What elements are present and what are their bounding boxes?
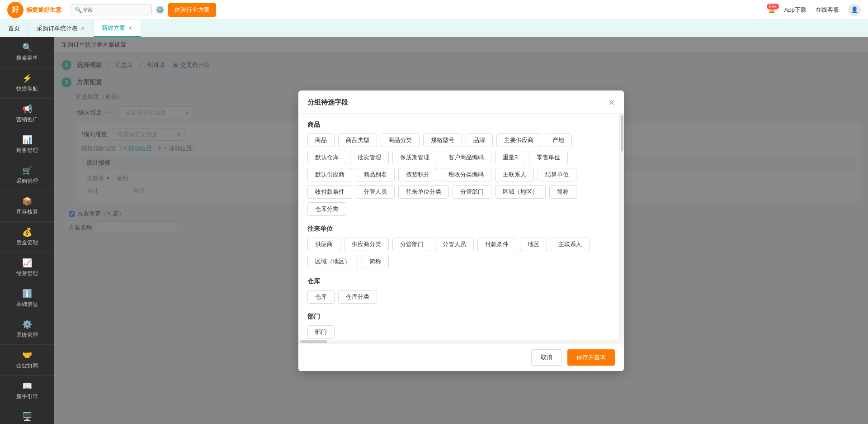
- operation-icon: 📈: [22, 258, 32, 268]
- sidebar-item-info-label: 基础信息: [16, 300, 38, 308]
- tag-payment-cond[interactable]: 付款条件: [477, 238, 516, 251]
- sidebar-item-system[interactable]: ⚙️ 系统管理: [0, 314, 54, 345]
- dialog-save-button[interactable]: 保存并查询: [567, 349, 615, 366]
- app-download-link[interactable]: App下载: [784, 6, 807, 14]
- sidebar-item-quicknav[interactable]: ⚡ 快捷导航: [0, 68, 54, 99]
- purchase-icon: 🛒: [22, 166, 32, 176]
- tag-payment-terms[interactable]: 收付款条件: [307, 185, 352, 199]
- system-icon: ⚙️: [22, 319, 32, 329]
- sidebar-item-info[interactable]: ℹ️ 基础信息: [0, 283, 54, 314]
- sidebar-item-search-label: 搜索菜单: [16, 54, 38, 62]
- tag-dept-mgmt[interactable]: 分管部门: [453, 185, 491, 199]
- dialog-cancel-button[interactable]: 取消: [531, 349, 562, 366]
- sidebar-item-finance[interactable]: 💰 资金管理: [0, 222, 54, 252]
- sidebar-item-collab-label: 企业协同: [16, 362, 38, 370]
- info-icon: ℹ️: [22, 289, 32, 299]
- inventory-icon: 📦: [22, 196, 32, 206]
- online-service-link[interactable]: 在线客服: [816, 6, 839, 14]
- tag-region2[interactable]: 区域（地区）: [307, 255, 358, 268]
- section-goods-title: 商品: [307, 121, 610, 129]
- tag-main-contact2[interactable]: 主联系人: [551, 238, 590, 251]
- search-input[interactable]: [82, 7, 141, 13]
- sidebar-item-purchase[interactable]: 🛒 采购管理: [0, 160, 54, 191]
- user-avatar[interactable]: 👤: [848, 4, 861, 16]
- dialog-header: 分组待选字段 ✕: [298, 91, 624, 114]
- dialog-h-scrollbar[interactable]: [298, 340, 624, 343]
- tag-tax-code[interactable]: 税收分类编码: [441, 168, 491, 181]
- tag-dept[interactable]: 部门: [307, 325, 335, 339]
- logo: 好 畅捷通好生意: [7, 2, 61, 18]
- tag-supplier-category[interactable]: 供应商分类: [344, 238, 389, 251]
- tag-customer-code[interactable]: 客户商品编码: [441, 151, 491, 164]
- finance-icon: 💰: [22, 227, 32, 237]
- tab-home[interactable]: 首页: [0, 20, 28, 37]
- tag-weight[interactable]: 重量3: [495, 151, 525, 164]
- dialog-scrollbar[interactable]: [619, 114, 624, 340]
- notification-area[interactable]: 🔔 99+: [768, 6, 775, 13]
- tag-default-supplier[interactable]: 默认供应商: [307, 168, 352, 181]
- sidebar-item-search[interactable]: 🔍 搜索菜单: [0, 37, 54, 68]
- tag-area[interactable]: 地区: [520, 238, 547, 251]
- top-search: 🔍 ⚙️ 体验行业方案: [71, 3, 216, 17]
- section-partner: 往来单位 供应商 供应商分类 分管部门 分管人员 付款条件 地区 主联系人 区域…: [307, 225, 610, 268]
- tag-warehouse[interactable]: 仓库: [307, 290, 335, 304]
- tag-supplier[interactable]: 供应商: [307, 238, 340, 251]
- tab-purchase-stats-label: 采购订单统计表: [37, 24, 78, 33]
- tag-pick-points[interactable]: 拣货积分: [398, 168, 437, 181]
- tab-new-plan[interactable]: 新建方案 ✕: [94, 20, 141, 37]
- tag-region[interactable]: 区域（地区）: [495, 185, 546, 199]
- tag-retail-unit[interactable]: 零售单位: [529, 151, 568, 164]
- search-box[interactable]: 🔍: [71, 4, 152, 15]
- tag-product-type[interactable]: 商品类型: [338, 133, 377, 147]
- scrollbar-thumb: [621, 115, 623, 152]
- sidebar-item-marketing-label: 营销推广: [16, 116, 38, 124]
- tab-purchase-stats[interactable]: 采购订单统计表 ✕: [28, 20, 94, 37]
- tag-dept-mgmt2[interactable]: 分管部门: [392, 238, 431, 251]
- tag-warehouse-cat[interactable]: 仓库分类: [338, 290, 377, 304]
- tag-short-name2[interactable]: 简称: [362, 255, 389, 268]
- search-icon: 🔍: [22, 43, 32, 52]
- guide-icon: 📖: [22, 381, 32, 391]
- sidebar-item-finance-label: 资金管理: [16, 239, 38, 247]
- tag-brand[interactable]: 品牌: [466, 133, 493, 147]
- sidebar-item-apps[interactable]: 🖥️ 应用中心: [0, 406, 54, 424]
- tag-batch-mgmt[interactable]: 批次管理: [350, 151, 389, 164]
- tag-product-category[interactable]: 商品分类: [381, 133, 420, 147]
- tag-product[interactable]: 商品: [307, 133, 335, 147]
- tag-main-contact[interactable]: 主联系人: [495, 168, 534, 181]
- tag-spec-model[interactable]: 规格型号: [423, 133, 462, 147]
- tag-supervisor2[interactable]: 分管人员: [435, 238, 474, 251]
- tag-product-alias[interactable]: 商品别名: [356, 168, 395, 181]
- section-partner-title: 往来单位: [307, 225, 610, 233]
- tag-expiry-mgmt[interactable]: 保质期管理: [392, 151, 437, 164]
- logo-icon: 好: [7, 2, 24, 18]
- experience-button[interactable]: 体验行业方案: [168, 3, 216, 17]
- tag-settlement-unit[interactable]: 结算单位: [538, 168, 576, 181]
- h-scrollbar-thumb: [300, 340, 327, 343]
- tag-default-warehouse[interactable]: 默认仓库: [307, 151, 346, 164]
- dialog-close-button[interactable]: ✕: [608, 98, 615, 108]
- sidebar-item-collab[interactable]: 🤝 企业协同: [0, 345, 54, 376]
- tag-warehouse-category[interactable]: 仓库分类: [307, 202, 346, 216]
- tag-origin[interactable]: 产地: [545, 133, 572, 147]
- sidebar-item-operation[interactable]: 📈 经营管理: [0, 252, 54, 283]
- notification-badge: 99+: [767, 4, 779, 10]
- tag-main-supplier[interactable]: 主要供应商: [496, 133, 541, 147]
- tag-partner-category[interactable]: 往来单位分类: [398, 185, 449, 199]
- sidebar-item-guide[interactable]: 📖 新手引导: [0, 376, 54, 406]
- tab-new-plan-close[interactable]: ✕: [128, 25, 132, 31]
- goods-tags: 商品 商品类型 商品分类 规格型号 品牌 主要供应商 产地 默认仓库 批次管理 …: [307, 133, 610, 216]
- tag-supervisor[interactable]: 分管人员: [356, 185, 395, 199]
- dialog-overlay: 分组待选字段 ✕ 商品 商品 商品类型 商品分类 规格型号: [54, 37, 868, 424]
- sidebar-item-inventory[interactable]: 📦 库存核算: [0, 191, 54, 222]
- sidebar-item-marketing[interactable]: 📢 营销推广: [0, 99, 54, 129]
- tab-purchase-stats-close[interactable]: ✕: [80, 25, 85, 32]
- tag-short-name[interactable]: 简称: [549, 185, 576, 199]
- top-bar: 好 畅捷通好生意 🔍 ⚙️ 体验行业方案 🔔 99+ App下载 在线客服 👤: [0, 0, 868, 20]
- sidebar-item-guide-label: 新手引导: [16, 393, 38, 400]
- quicknav-icon: ⚡: [22, 73, 32, 83]
- gear-button[interactable]: ⚙️: [156, 5, 165, 14]
- sidebar-item-sales[interactable]: 📊 销售管理: [0, 129, 54, 160]
- sidebar: 🔍 搜索菜单 ⚡ 快捷导航 📢 营销推广 📊 销售管理 🛒 采购管理 📦 库存核…: [0, 37, 54, 424]
- dialog-title: 分组待选字段: [307, 98, 348, 107]
